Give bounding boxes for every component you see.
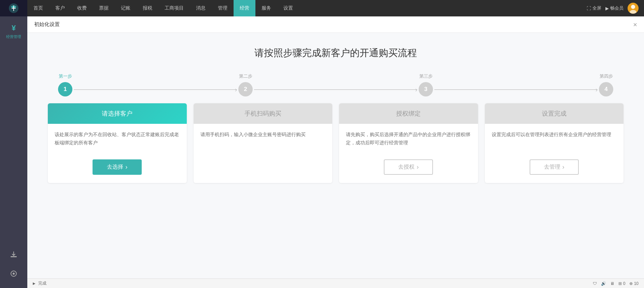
top-navigation: 首页 客户 收费 票据 记账 报税 工商项目 消息 管理 经营 服务 设置 ⛶ … [0,0,644,16]
step-card-1-footer: 去选择 › [48,154,187,183]
windows-count: ⊞ 0 [618,281,625,286]
step-card-3-body: 请先购买，购买后选择开通的产品中的企业用户进行授权绑定，成功后即可进行经营管理 [339,124,478,154]
step-card-3-header: 授权绑定 [339,103,478,124]
zoom-level: ⊕ 10 [629,281,639,286]
steps-visual: 第一步 1 › 第二步 2 › [48,73,624,96]
play-icon: ▶ [605,6,609,11]
step-3-circle: 3 [419,82,433,96]
nav-operation[interactable]: 经营 [234,0,255,16]
step-1-indicator: 第一步 1 [58,73,72,96]
nav-settings[interactable]: 设置 [277,0,299,16]
go-select-button[interactable]: 去选择 › [93,159,142,175]
go-auth-button[interactable]: 去授权 › [384,159,433,175]
step-4-label: 第四步 [600,73,613,79]
logo-area [0,0,27,16]
fullscreen-icon: ⛶ [587,6,591,11]
step-1-label: 第一步 [59,73,72,79]
arrow-icon-4: › [562,163,564,171]
avatar-image [628,3,639,14]
sidebar-bottom [0,246,27,288]
nav-service[interactable]: 服务 [255,0,277,16]
nav-right-area: ⛶ 全屏 ▶ 畅会员 [587,3,644,14]
step-4-circle: 4 [599,82,613,96]
status-left: ▶ 完成 [33,280,46,286]
step-2-label: 第二步 [239,73,252,79]
nav-message[interactable]: 消息 [190,0,212,16]
yuan-icon: ¥ [9,23,18,33]
step-4-indicator: 第四步 4 [599,73,613,96]
svg-point-2 [631,5,635,9]
nav-home[interactable]: 首页 [27,0,49,16]
step-2-indicator: 第二步 2 [238,73,253,96]
user-avatar[interactable] [628,3,639,14]
play-status-icon: ▶ [33,282,36,285]
cards-container: 请选择客户 该处展示的客户为不在回收站、客户状态正常建账后完成老板端绑定的所有客… [48,103,624,183]
svg-point-6 [13,273,15,275]
main-title: 请按照步骤完成新客户的开通购买流程 [48,47,624,60]
content-area: 初始化设置 × 请按照步骤完成新客户的开通购买流程 第一步 1 › [27,16,644,288]
status-right: 🛡 🔊 🖥 ⊞ 0 ⊕ 10 [593,281,639,286]
nav-tax[interactable]: 报税 [137,0,158,16]
step-card-1-body: 该处展示的客户为不在回收站、客户状态正常建账后完成老板端绑定的所有客户 [48,124,187,154]
sidebar-support-btn[interactable] [0,265,27,284]
step-card-2: 手机扫码购买 请用手机扫码，输入小微企业主账号密码进行购买 [194,103,333,183]
nav-customer[interactable]: 客户 [49,0,71,16]
nav-accounting[interactable]: 记账 [115,0,137,16]
content-header: 初始化设置 × [27,16,644,33]
step-card-3-footer: 去授权 › [339,154,478,183]
page-title: 初始化设置 [34,21,60,28]
step-1-circle: 1 [58,82,72,96]
app-logo-icon [8,3,19,14]
step-card-2-body: 请用手机扫码，输入小微企业主账号密码进行购买 [194,124,333,162]
shield-icon: 🛡 [593,281,597,286]
nav-business[interactable]: 工商项目 [158,0,190,16]
connector-1: › [74,89,237,90]
nav-fee[interactable]: 收费 [71,0,93,16]
headset-icon [9,269,18,278]
step-card-3: 授权绑定 请先购买，购买后选择开通的产品中的企业用户进行授权绑定，成功后即可进行… [339,103,478,183]
connector-2: › [254,89,417,90]
volume-icon: 🔊 [601,281,606,286]
page-content: 请按照步骤完成新客户的开通购买流程 第一步 1 › 第二步 2 [27,33,644,278]
member-btn[interactable]: ▶ 畅会员 [605,5,624,11]
step-2-circle: 2 [238,82,253,96]
fullscreen-btn[interactable]: ⛶ 全屏 [587,5,601,11]
svg-rect-4 [11,256,17,257]
connector-3: › [434,89,598,90]
go-manage-button[interactable]: 去管理 › [530,159,579,175]
step-card-2-footer [194,162,333,183]
step-card-1-header: 请选择客户 [48,103,187,124]
status-label: 完成 [38,280,46,286]
sidebar-download-btn[interactable] [0,246,27,265]
step-3-indicator: 第三步 3 [419,73,433,96]
screen-icon: 🖥 [610,281,614,286]
step-card-2-header: 手机扫码购买 [194,103,333,124]
main-layout: ¥ 经营管理 [0,16,644,288]
nav-invoice[interactable]: 票据 [93,0,115,16]
sidebar-item-operation[interactable]: ¥ 经营管理 [0,19,27,43]
status-bar: ▶ 完成 🛡 🔊 🖥 ⊞ 0 ⊕ 10 [27,278,644,288]
step-card-4-footer: 去管理 › [485,154,624,183]
step-card-4-body: 设置完成后可以在管理列表进行所有企业用户的经营管理 [485,124,624,154]
nav-manage[interactable]: 管理 [212,0,234,16]
arrow-icon: › [125,163,127,171]
step-card-4-header: 设置完成 [485,103,624,124]
step-card-1: 请选择客户 该处展示的客户为不在回收站、客户状态正常建账后完成老板端绑定的所有客… [48,103,187,183]
sidebar: ¥ 经营管理 [0,16,27,288]
step-card-4: 设置完成 设置完成后可以在管理列表进行所有企业用户的经营管理 去管理 › [485,103,624,183]
close-button[interactable]: × [633,21,637,28]
nav-items: 首页 客户 收费 票据 记账 报税 工商项目 消息 管理 经营 服务 设置 [27,0,587,16]
download-icon [9,250,18,259]
arrow-icon-3: › [417,163,419,171]
step-3-label: 第三步 [419,73,433,79]
